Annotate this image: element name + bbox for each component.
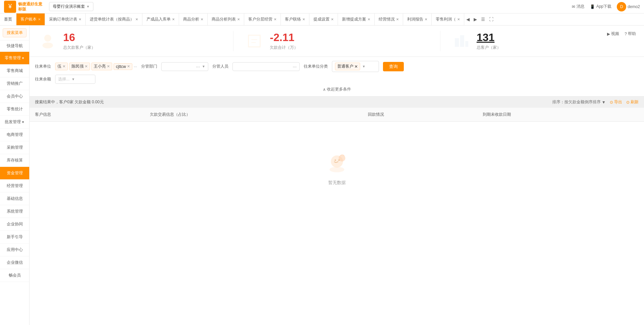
- filter-input-balance[interactable]: 选择... ▼: [55, 75, 95, 84]
- tab-goods-analysis-list[interactable]: 商品分析列表 ✕: [208, 13, 244, 26]
- sidebar-item-purchase-mgmt[interactable]: 采购管理: [0, 141, 29, 154]
- sidebar-item-member-center[interactable]: 会员中心: [0, 90, 29, 103]
- tab-close-icon[interactable]: ✕: [274, 17, 276, 21]
- filter-dept-more-icon[interactable]: ···: [196, 64, 200, 69]
- tabs-prev-btn[interactable]: ◀: [464, 13, 472, 26]
- tab-close-icon[interactable]: ✕: [201, 17, 203, 21]
- tab-close-icon[interactable]: ✕: [79, 17, 81, 21]
- sidebar-item-ops-mgmt[interactable]: 经营管理: [0, 180, 29, 192]
- query-button[interactable]: 查询: [383, 62, 404, 71]
- tab-goods-stats[interactable]: 进货单统计表（按商品） ✕: [86, 13, 142, 26]
- filter-select-class[interactable]: 普通客户 ✕ ▼: [332, 61, 379, 72]
- help-button[interactable]: ? 帮助: [625, 31, 636, 37]
- stat-label-customers: 总欠款客户（家）: [63, 45, 95, 50]
- sidebar-item-retail-mgmt[interactable]: 零售管理 ▼: [0, 52, 29, 65]
- filter-class-tag-close-icon[interactable]: ✕: [354, 64, 358, 69]
- tab-new-plan[interactable]: 新增提成方案 ✕: [338, 13, 375, 26]
- sidebar-item-app-center[interactable]: 应用中心: [0, 244, 29, 256]
- filter-tags-unit: 伍 ✕ 陈民强 ✕ 王小亮 ✕ cjttcw ✕ ···: [55, 63, 137, 70]
- filter-label-dept: 分管部门: [141, 64, 157, 69]
- tabs-maximize-btn[interactable]: ⛶: [487, 13, 496, 26]
- tab-close-icon[interactable]: ✕: [368, 17, 370, 21]
- tab-close-icon[interactable]: ✕: [172, 17, 175, 21]
- tab-close-icon[interactable]: ✕: [38, 17, 41, 21]
- results-info: 搜索结果中，客户0家 欠款金额 0.00元: [35, 99, 104, 105]
- tab-close-icon[interactable]: ✕: [425, 17, 427, 21]
- filter-person-more-icon[interactable]: ···: [293, 64, 297, 69]
- tab-close-icon[interactable]: ✕: [396, 17, 399, 21]
- tab-customer-connect[interactable]: 客户联络 ✕: [281, 13, 309, 26]
- filter-select-dept[interactable]: ··· ▼: [161, 62, 208, 71]
- collapse-filters-button[interactable]: ∧ 收起更多条件: [35, 86, 639, 92]
- sidebar-item-new-guide[interactable]: 新手引导: [0, 231, 29, 244]
- filter-select-person[interactable]: ···: [232, 62, 300, 71]
- filter-tag-close-icon[interactable]: ✕: [62, 64, 66, 69]
- chevron-icon: ▼: [22, 120, 25, 124]
- sidebar-item-member[interactable]: 畅会员: [0, 269, 29, 282]
- tab-purchase-orders[interactable]: 采购订单统计表 ✕: [45, 13, 86, 26]
- tab-close-icon[interactable]: ✕: [135, 17, 138, 21]
- sidebar-item-wholesale-mgmt[interactable]: 批发管理 ▼: [0, 116, 29, 129]
- data-table: 客户信息 欠款交易信息（占比） 回款情况 到期未收款日期: [30, 108, 644, 122]
- sidebar-item-sys-mgmt[interactable]: 系统管理: [0, 205, 29, 218]
- quick-nav-button[interactable]: 快捷导航: [0, 40, 29, 52]
- sidebar-item-marketing[interactable]: 营销推广: [0, 77, 29, 90]
- tab-home[interactable]: 首页: [0, 13, 16, 26]
- chevron-icon: ▼: [22, 57, 25, 60]
- app-download-button[interactable]: 📱 App下载: [590, 4, 611, 9]
- filter-area: 往来单位 伍 ✕ 陈民强 ✕ 王小亮 ✕ cjttcw: [30, 57, 644, 97]
- tab-goods-analysis[interactable]: 商品分析 ✕: [179, 13, 208, 26]
- filter-label-unit: 往来单位: [35, 64, 51, 69]
- tab-prod-storage[interactable]: 产成品入库单 ✕: [142, 13, 179, 26]
- tab-promotion-settings[interactable]: 提成设置 ✕: [309, 13, 338, 26]
- tab-profit-report[interactable]: 利润报告 ✕: [403, 13, 432, 26]
- filter-tag-unit-1: 伍 ✕: [55, 63, 68, 70]
- logo-icon: ¥: [4, 1, 16, 13]
- sidebar-item-inventory[interactable]: 库存核算: [0, 154, 29, 167]
- user-profile[interactable]: D demo2: [617, 2, 640, 11]
- search-menu-button[interactable]: 搜索菜单: [3, 28, 27, 37]
- chevron-down-icon: ▼: [86, 5, 90, 8]
- table-header: 客户信息 欠款交易信息（占比） 回款情况 到期未收款日期: [30, 108, 644, 122]
- tab-close-icon[interactable]: ✕: [237, 17, 240, 21]
- tab-close-icon[interactable]: ✕: [331, 17, 334, 21]
- empty-state: 暂无数据: [30, 122, 644, 213]
- tab-customer-segment[interactable]: 客户分层经营 ✕: [244, 13, 281, 26]
- tab-business-status[interactable]: 经营情况 ✕: [375, 13, 403, 26]
- filter-tag-close-icon[interactable]: ✕: [107, 64, 110, 69]
- filter-label-class: 往来单位分类: [304, 64, 328, 69]
- export-button[interactable]: ⊙ 导出: [610, 99, 622, 105]
- message-button[interactable]: ✉ 消息: [572, 4, 585, 9]
- sidebar-item-retail-stats[interactable]: 零售统计: [0, 103, 29, 116]
- filter-tag-unit-3: 王小亮 ✕: [91, 63, 112, 70]
- stat-value-customers: 16: [63, 32, 95, 43]
- svg-point-8: [335, 159, 336, 161]
- filter-more-icon[interactable]: ···: [134, 64, 137, 69]
- app-icon: 📱: [590, 4, 595, 9]
- tab-close-icon[interactable]: ✕: [457, 17, 460, 21]
- filter-tag-unit-4: cjttcw ✕: [114, 63, 132, 70]
- video-button[interactable]: ▶ 视频: [607, 31, 619, 37]
- sidebar-item-enterprise-agreement[interactable]: 企业协同: [0, 218, 29, 231]
- tab-accounts[interactable]: 客户账本 ✕: [16, 13, 45, 26]
- tab-retail-profit[interactable]: 零售利润（ ✕: [432, 13, 464, 26]
- sidebar-item-capital-mgmt[interactable]: 资金管理: [0, 167, 29, 180]
- tab-close-icon[interactable]: ✕: [302, 17, 305, 21]
- svg-rect-2: [455, 38, 459, 47]
- sidebar: 搜索菜单 快捷导航 零售管理 ▼ 零售商城 营销推广 会员中心 零售统计 批发管…: [0, 26, 30, 325]
- filter-tag-close-icon[interactable]: ✕: [85, 64, 88, 69]
- sidebar-item-enterprise-wechat[interactable]: 企业微信: [0, 256, 29, 269]
- sidebar-item-basic-info[interactable]: 基础信息: [0, 192, 29, 205]
- tabs-menu-btn[interactable]: ☰: [479, 13, 487, 26]
- stats-bar-actions: ▶ 视频 ? 帮助: [607, 31, 636, 37]
- tabs-next-btn[interactable]: ▶: [472, 13, 479, 26]
- sidebar-item-ecommerce[interactable]: 电商管理: [0, 129, 29, 141]
- sort-button[interactable]: 排序：按欠款金额倒序排序 ▼: [552, 99, 606, 105]
- filter-row-1: 往来单位 伍 ✕ 陈民强 ✕ 王小亮 ✕ cjttcw: [35, 61, 639, 72]
- sidebar-search: 搜索菜单: [0, 26, 29, 40]
- refresh-button[interactable]: ⊙ 刷新: [626, 99, 639, 105]
- filter-tag-close-icon[interactable]: ✕: [127, 64, 130, 69]
- sidebar-item-retail-mall[interactable]: 零售商城: [0, 65, 29, 77]
- svg-rect-4: [465, 41, 468, 47]
- store-selector[interactable]: 母婴行业演示账套 ▼: [49, 2, 93, 11]
